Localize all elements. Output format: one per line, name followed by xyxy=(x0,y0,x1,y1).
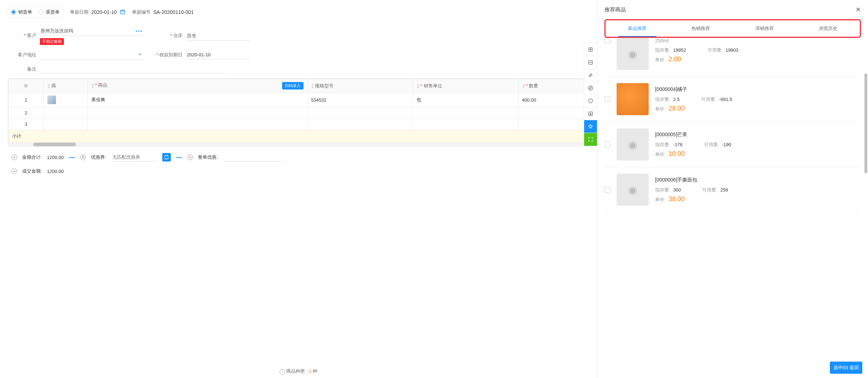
vertical-scrollbar[interactable] xyxy=(864,73,867,173)
tool-yen-icon[interactable] xyxy=(584,107,597,120)
recommend-tabs: 新品推荐 热销推荐 滞销推荐 浏览历史 xyxy=(604,19,861,38)
stock-value: 300 xyxy=(673,187,681,193)
remark-label: 备注 xyxy=(8,66,36,72)
footer-label: 商品种类 : xyxy=(286,368,307,374)
scan-button[interactable]: 扫码录入 xyxy=(282,82,303,90)
stock-value: 2.5 xyxy=(673,97,680,102)
product-image: ◉ xyxy=(617,174,649,206)
col-qty[interactable]: 数量 xyxy=(529,83,538,88)
coupon-input[interactable] xyxy=(111,153,157,162)
coupon-icon: 券 xyxy=(80,154,86,160)
tool-swap-icon[interactable] xyxy=(584,82,597,94)
svg-rect-0 xyxy=(121,10,125,14)
yen-icon: ¥ xyxy=(11,154,17,160)
remark-input[interactable] xyxy=(40,65,225,73)
dash-icon: — xyxy=(69,154,75,161)
horizontal-scrollbar[interactable] xyxy=(8,143,589,146)
customer-value[interactable]: 苏州万达沃尔玛 xyxy=(41,28,73,34)
table-row[interactable]: 3 xyxy=(9,119,589,130)
deal-icon: ✦ xyxy=(11,168,17,174)
tab-history[interactable]: 浏览历史 xyxy=(796,22,860,35)
price-value: 2.00 xyxy=(669,56,681,63)
close-icon[interactable]: ✕ xyxy=(856,6,861,14)
more-icon[interactable]: ••• xyxy=(136,29,143,34)
product-name: [0000005]芒果 xyxy=(655,132,861,138)
doc-date-value[interactable]: 2020-01-10 xyxy=(91,9,117,15)
item-checkbox[interactable] xyxy=(604,142,610,147)
avail-value: -681.5 xyxy=(719,97,732,102)
discount-icon: % xyxy=(187,154,193,160)
avail-value: 19903 xyxy=(725,47,738,53)
select-return-button[interactable]: 选中(0) 返回 xyxy=(830,362,863,374)
price-label: 单价: xyxy=(655,197,666,202)
tool-doc-icon[interactable] xyxy=(584,43,597,56)
product-thumb xyxy=(44,93,87,107)
table-row[interactable]: 1 果倍爽 534532 包 400.00 xyxy=(9,93,589,107)
radio-label: 销货单 xyxy=(18,9,32,15)
recommend-item[interactable]: [0000004]橘子现存量:2.5可用量:-681.5单价:28.00 xyxy=(604,77,861,122)
calendar-icon[interactable] xyxy=(120,9,126,16)
radio-icon xyxy=(39,10,44,15)
due-label: 收款到期日 xyxy=(154,52,183,58)
due-value[interactable]: 2020-01-10 xyxy=(187,52,211,57)
stock-label: 现存量: xyxy=(655,187,670,193)
whole-discount-input[interactable] xyxy=(223,153,284,162)
stock-label: 现存量: xyxy=(655,142,670,147)
gear-icon[interactable]: ⚙ xyxy=(24,83,28,88)
order-type-group: 销货单 退货单 xyxy=(7,6,63,18)
col-img[interactable]: 商 xyxy=(51,83,56,88)
avail-value: 256 xyxy=(720,187,728,193)
badge-term: 不固定账期 xyxy=(40,38,64,45)
price-value: 10.00 xyxy=(669,150,685,157)
radio-return[interactable]: 退货单 xyxy=(39,9,60,15)
col-name[interactable]: 商品 xyxy=(98,82,107,88)
recommend-item[interactable]: ◉[0000006]手撕面包现存量:300可用量:256单价:38.00 xyxy=(604,167,861,213)
col-unit[interactable]: 销售单位 xyxy=(424,83,442,88)
tool-expand-icon[interactable] xyxy=(584,133,597,146)
tool-link-icon[interactable] xyxy=(584,69,597,82)
price-label: 单价: xyxy=(655,57,666,62)
footer-unit: 种 xyxy=(313,368,317,374)
stock-label: 现存量: xyxy=(655,97,670,102)
tool-shield-icon[interactable] xyxy=(584,94,597,107)
avail-label: 可用量: xyxy=(701,97,716,102)
amount-value: 1200.00 xyxy=(47,155,64,160)
product-image: ◉ xyxy=(617,38,649,70)
chevron-down-icon[interactable] xyxy=(137,51,143,58)
item-checkbox[interactable] xyxy=(604,187,610,193)
amount-label: 金额合计: xyxy=(22,154,42,160)
deal-label: 成交金额: xyxy=(22,168,42,174)
radio-icon xyxy=(11,10,16,15)
col-spec[interactable]: 规格型号 xyxy=(315,83,333,88)
doc-no-value: SA-20200110-001 xyxy=(153,9,194,15)
table-row[interactable]: 2 xyxy=(9,107,589,119)
panel-title: 推荐商品 xyxy=(604,6,626,13)
tool-star-icon[interactable] xyxy=(584,120,597,133)
warehouse-value[interactable]: 总仓 xyxy=(187,32,196,39)
tab-slow[interactable]: 滞销推荐 xyxy=(733,22,796,35)
line-items-table: ⚙ ▲▼商 ▲▼* 商品 扫码录入 ▲▼规格型号 ▲▼* 销售单位 ▲▼* 数量… xyxy=(8,78,589,147)
avail-label: 可用量: xyxy=(702,187,718,193)
recommend-item[interactable]: ◉250ml现存量:19952可用量:19903单价:2.00 xyxy=(604,38,861,77)
customer-label: 客户 xyxy=(8,32,36,39)
subtotal-row: 小计 xyxy=(9,130,589,143)
recommend-item[interactable]: ◉[0000005]芒果现存量:-178可用量:-190单价:10.00 xyxy=(604,122,861,167)
dash-icon: — xyxy=(176,154,182,161)
stock-label: 现存量: xyxy=(655,47,670,53)
tool-chart-icon[interactable] xyxy=(584,56,597,69)
tab-new[interactable]: 新品推荐 xyxy=(606,22,669,35)
tab-hot[interactable]: 热销推荐 xyxy=(669,22,732,35)
radio-label: 退货单 xyxy=(46,9,60,15)
avail-label: 可用量: xyxy=(704,142,719,147)
item-checkbox[interactable] xyxy=(604,38,610,44)
price-label: 单价: xyxy=(655,106,666,112)
footer-count: 1 xyxy=(309,368,311,374)
product-name: [0000004]橘子 xyxy=(655,86,861,93)
radio-sales[interactable]: 销货单 xyxy=(11,9,32,15)
side-toolbar xyxy=(584,43,597,146)
deal-value: 1200.00 xyxy=(47,169,64,174)
refresh-icon[interactable] xyxy=(162,153,171,162)
item-checkbox[interactable] xyxy=(604,96,610,102)
info-icon: i xyxy=(280,369,285,374)
stock-value: 19952 xyxy=(673,47,686,53)
